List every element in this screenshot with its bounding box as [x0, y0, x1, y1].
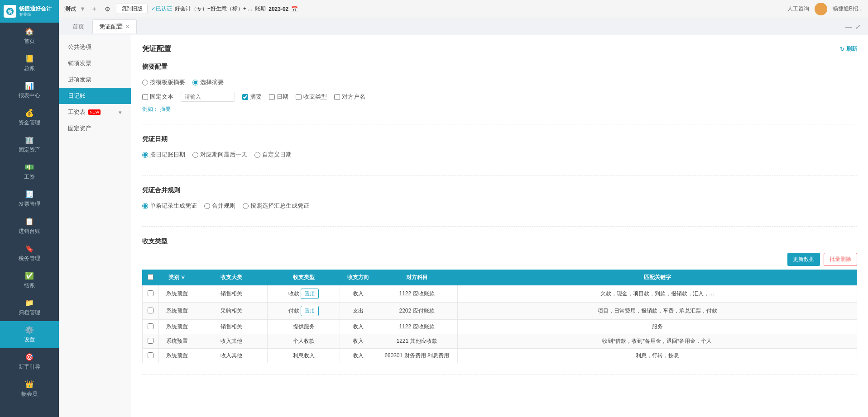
switch-version-button[interactable]: 切到旧版	[116, 4, 148, 14]
reports-icon: 📊	[25, 81, 34, 90]
tab-home[interactable]: 首页	[66, 20, 91, 33]
row2-type: 付款 置顶	[268, 303, 340, 320]
company-name[interactable]: 测试	[64, 5, 76, 13]
row3-major: 销售相关	[195, 320, 268, 334]
topbar-right: 人工咨询 畅捷通B招...	[787, 3, 863, 15]
topbar-status: ✓已认证 好会计（专）+好生意（标）+ ... 账期 2023-02 📅	[151, 5, 298, 13]
update-data-button[interactable]: 更新数据	[787, 253, 820, 266]
checkbox-date[interactable]: 日期	[269, 93, 288, 101]
tax-icon: 🔖	[25, 244, 34, 253]
row1-subject: 1122 应收账款	[376, 285, 458, 303]
calendar-icon[interactable]: 📅	[291, 6, 298, 12]
inner-sidebar-payroll[interactable]: 工资表 NEW ▾	[59, 104, 131, 120]
radio-template-summary[interactable]: 按模板版摘要	[142, 78, 185, 86]
tab-minimize-button[interactable]: —	[845, 23, 852, 30]
archive-icon: 📁	[25, 299, 34, 307]
radio-period-last-day[interactable]: 对应期间最后一天	[192, 151, 247, 159]
tab-maximize-button[interactable]: ⤢	[855, 23, 861, 30]
row1-checkbox[interactable]	[143, 285, 159, 303]
table-row: 系统预置 收入其他 个人收款 收入 1221 其他应收款 收到*借款，收到*备用…	[143, 334, 857, 349]
sidebar-item-home[interactable]: 🏠 首页	[0, 23, 59, 50]
sidebar-item-closing[interactable]: ✅ 结账	[0, 267, 59, 294]
checkbox-counterparty[interactable]: 对方户名	[334, 93, 365, 101]
sidebar-item-purchase-sales[interactable]: 📋 进销台账	[0, 213, 59, 240]
col-checkbox-header[interactable]	[143, 270, 159, 285]
logo-subtitle: 专业版	[19, 12, 52, 17]
topbar: 测试 ▼ ＋ ⚙ 切到旧版 ✓已认证 好会计（专）+好生意（标）+ ... 账期…	[59, 0, 868, 18]
arrow-icon: ▾	[119, 109, 122, 116]
table-header-row: 类别 ∨ 收支大类 收支类型 收支方向 对方科目 匹配关键字	[143, 270, 857, 285]
row4-checkbox[interactable]	[143, 334, 159, 349]
inner-sidebar-public[interactable]: 公共选项	[59, 39, 131, 55]
table-row: 系统预置 销售相关 提供服务 收入 1122 应收账款 服务	[143, 320, 857, 334]
help-link[interactable]: 人工咨询	[787, 5, 809, 13]
tab-close-icon[interactable]: ✕	[125, 24, 130, 30]
summary-section: 摘要配置 按模板版摘要 选择摘要 固定文本	[142, 63, 857, 124]
sidebar-item-fixed-assets[interactable]: 🏢 固定资产	[0, 131, 59, 158]
invoice-icon: 🧾	[25, 190, 34, 199]
page-title-text: 凭证配置	[142, 44, 171, 54]
date-title: 凭证日期	[142, 135, 857, 143]
sidebar-item-funds[interactable]: 💰 资金管理	[0, 104, 59, 131]
row2-subject: 2202 应付账款	[376, 303, 458, 320]
fixed-text-input[interactable]	[181, 92, 235, 102]
radio-select-summary[interactable]: 选择摘要	[192, 78, 224, 86]
radio-journal-date[interactable]: 按日记账日期	[142, 151, 185, 159]
settings-button[interactable]: ⚙	[103, 5, 112, 14]
logo-icon: 畅	[4, 5, 16, 18]
income-expense-table: 类别 ∨ 收支大类 收支类型 收支方向 对方科目 匹配关键字	[142, 270, 857, 363]
table-row: 系统预置 采购相关 付款 置顶 支出 2202 应付账款 项目，日常费用，报销款…	[143, 303, 857, 320]
username[interactable]: 畅捷通B招...	[833, 5, 863, 13]
radio-single-record[interactable]: 单条记录生成凭证	[142, 202, 197, 210]
sidebar-item-ledger[interactable]: 📒 总账	[0, 50, 59, 77]
row5-checkbox[interactable]	[143, 349, 159, 363]
inner-sidebar-sales-invoice[interactable]: 销项发票	[59, 55, 131, 71]
checkbox-summary[interactable]: 摘要	[242, 93, 262, 101]
col-cat-header: 类别 ∨	[159, 270, 195, 285]
row3-keyword: 服务	[458, 320, 857, 334]
sidebar-item-archive[interactable]: 📁 归档管理	[0, 294, 59, 321]
row4-cat: 系统预置	[159, 334, 195, 349]
row5-dir: 收入	[340, 349, 376, 363]
row1-type: 收款 置顶	[268, 285, 340, 303]
row5-type: 利息收入	[268, 349, 340, 363]
col-subject-header: 对方科目	[376, 270, 458, 285]
table-row: 系统预置 销售相关 收款 置顶 收入 1122 应收账款 欠款，现金，项目款，到…	[143, 285, 857, 303]
row1-reset-button[interactable]: 置顶	[301, 289, 319, 299]
merge-radio-group: 单条记录生成凭证 合并规则 按照选择汇总生成凭证	[142, 202, 857, 210]
row5-major: 收入其他	[195, 349, 268, 363]
radio-summary-generate[interactable]: 按照选择汇总生成凭证	[243, 202, 309, 210]
guide-icon: 🎯	[25, 353, 34, 361]
sidebar-item-invoice[interactable]: 🧾 发票管理	[0, 185, 59, 213]
sidebar-item-salary[interactable]: 💵 工资	[0, 158, 59, 185]
inner-sidebar-journal[interactable]: 日记账	[59, 88, 131, 104]
row3-cat: 系统预置	[159, 320, 195, 334]
checkbox-fixed-text[interactable]: 固定文本	[142, 93, 173, 101]
tab-voucher-config[interactable]: 凭证配置 ✕	[92, 19, 137, 33]
refresh-icon: ↻	[840, 46, 844, 52]
sidebar-item-guide[interactable]: 🎯 新手引导	[0, 348, 59, 375]
summary-checkbox-row: 固定文本 摘要 日期 收支类型	[142, 92, 857, 102]
sidebar-item-member[interactable]: 👑 畅会员	[0, 375, 59, 403]
row5-cat: 系统预置	[159, 349, 195, 363]
col-keyword-header: 匹配关键字	[458, 270, 857, 285]
inner-sidebar-fixed-assets[interactable]: 固定资产	[59, 120, 131, 137]
row2-dir: 支出	[340, 303, 376, 320]
col-major-header: 收支大类	[195, 270, 268, 285]
batch-delete-button[interactable]: 批量删除	[824, 253, 857, 266]
col-type-header: 收支类型	[268, 270, 340, 285]
sidebar-item-settings[interactable]: ⚙️ 设置	[0, 321, 59, 348]
date-section: 凭证日期 按日记账日期 对应期间最后一天 自定义日期	[142, 135, 857, 175]
checkbox-income-type[interactable]: 收支类型	[296, 93, 327, 101]
radio-merge-rule[interactable]: 合并规则	[204, 202, 235, 210]
add-button[interactable]: ＋	[89, 4, 99, 14]
sidebar-item-tax[interactable]: 🔖 税务管理	[0, 240, 59, 267]
sidebar-item-reports[interactable]: 📊 报表中心	[0, 77, 59, 104]
row2-major: 采购相关	[195, 303, 268, 320]
row3-checkbox[interactable]	[143, 320, 159, 334]
refresh-button[interactable]: ↻ 刷新	[840, 45, 857, 53]
radio-custom-date[interactable]: 自定义日期	[254, 151, 292, 159]
row2-reset-button[interactable]: 置顶	[301, 306, 319, 316]
row2-checkbox[interactable]	[143, 303, 159, 320]
inner-sidebar-purchase-invoice[interactable]: 进项发票	[59, 71, 131, 88]
